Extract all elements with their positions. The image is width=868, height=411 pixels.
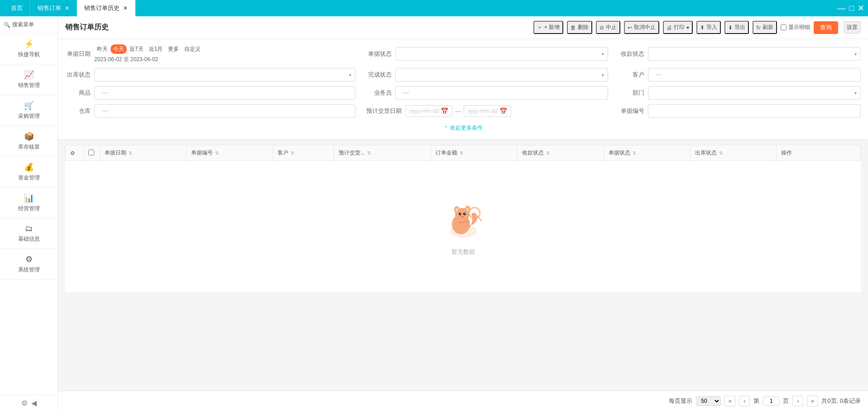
sort-doc-status-icon: ⇅ (633, 150, 636, 155)
collapse-icon: ⌃ (444, 125, 448, 131)
doc-status-select[interactable]: ▾ (395, 47, 608, 61)
import-icon: ⬆ (700, 24, 705, 31)
refresh-btn[interactable]: ↻ 刷新 (753, 21, 777, 34)
th-amount[interactable]: 订单金额 ⇅ (431, 145, 518, 161)
table-head: ⚙ 单据日期 ⇅ 单据编号 ⇅ 客户 ⇅ (66, 145, 861, 161)
print-btn[interactable]: 🖨 打印 ▾ (663, 21, 693, 34)
dept-select[interactable]: ▾ (648, 86, 861, 100)
export-btn[interactable]: ⬇ 导出 (724, 21, 749, 34)
dept-arrow: ▾ (854, 91, 857, 96)
date-tab-today[interactable]: 今天 (110, 44, 127, 54)
date-tab-more[interactable]: 更多 (165, 44, 182, 54)
th-customer[interactable]: 客户 ⇅ (273, 145, 334, 161)
filter-row-2: 出库状态 ▾ 完成状态 ▾ 客户 ··· (65, 68, 861, 82)
th-actions: 操作 (777, 145, 861, 161)
import-btn[interactable]: ⬆ 导入 (696, 21, 721, 34)
select-all-checkbox[interactable] (88, 150, 94, 155)
doc-status-arrow: ▾ (602, 52, 604, 57)
out-stock-label: 出库状态 (65, 71, 91, 79)
date-tab-7days[interactable]: 近7天 (127, 44, 146, 54)
delete-btn[interactable]: 🗑 删除 (567, 21, 592, 34)
out-stock-select[interactable]: ▾ (94, 68, 355, 82)
new-btn[interactable]: ＋ + 新增 (533, 21, 563, 34)
first-page-btn[interactable]: « (724, 396, 735, 406)
window-close-btn[interactable]: ✕ (858, 3, 864, 13)
sidebar-item-sales-mgmt[interactable]: 📈 销售管理 (0, 64, 58, 95)
tab-sales-order[interactable]: 销售订单 ✕ (30, 0, 77, 16)
table-body: 暂无数据 (66, 161, 861, 293)
query-btn[interactable]: 查询 (814, 21, 838, 34)
expected-date-label: 预计交货日期 (366, 107, 402, 115)
search-icon: 🔍 (4, 22, 10, 28)
sort-no-icon: ⇅ (215, 150, 219, 155)
stop-btn[interactable]: ⊘ 中止 (596, 21, 620, 34)
tab-sales-order-history[interactable]: 销售订单历史 ✕ (77, 0, 135, 16)
tab-sales-order-close[interactable]: ✕ (65, 5, 69, 11)
settings-btn[interactable]: 设置 (844, 21, 861, 34)
th-out-status[interactable]: 出库状态 ⇅ (690, 145, 777, 161)
sidebar-settings-btn[interactable]: ⚙ (21, 399, 28, 407)
next-page-btn[interactable]: › (792, 396, 803, 406)
last-page-btn[interactable]: » (807, 396, 818, 406)
salesman-input[interactable]: ··· (395, 86, 608, 100)
sidebar-item-finance[interactable]: 💰 资金管理 (0, 157, 58, 188)
th-pay-status[interactable]: 收款状态 ⇅ (517, 145, 604, 161)
complete-select[interactable]: ▾ (395, 68, 608, 82)
table-area: ⚙ 单据日期 ⇅ 单据编号 ⇅ 客户 ⇅ (58, 140, 868, 391)
th-checkbox[interactable] (84, 145, 100, 161)
customer-input[interactable]: ··· (648, 68, 861, 82)
toolbar: ＋ + 新增 🗑 删除 ⊘ 中止 ↩ 取消中止 🖨 打印 (533, 21, 861, 34)
filter-row-1: 单据日期 昨天 今天 近7天 近1月 更多 自定义 2023-06-02 至 2… (65, 44, 861, 63)
pay-status-arrow: ▾ (854, 52, 857, 57)
expected-date-from[interactable]: yyyy-mm-dd 📅 (405, 105, 452, 117)
sidebar-item-inventory[interactable]: 📦 库存核算 (0, 126, 58, 157)
pay-status-select[interactable]: ▾ (648, 47, 861, 61)
th-date[interactable]: 单据日期 ⇅ (100, 145, 187, 161)
sidebar-collapse-btn[interactable]: ◀ (31, 399, 37, 407)
product-input[interactable]: ··· (94, 86, 355, 100)
expected-date-to[interactable]: yyyy-mm-dd 📅 (464, 105, 511, 117)
display-columns-check[interactable] (781, 24, 786, 30)
sidebar-item-base-info[interactable]: 🗂 基础信息 (0, 218, 58, 249)
cancel-stop-icon: ↩ (628, 24, 632, 31)
display-columns-checkbox[interactable]: 显示明细 (781, 24, 810, 31)
product-label: 商品 (65, 89, 91, 97)
filter-warehouse: 仓库 ··· (65, 104, 355, 118)
cancel-stop-btn[interactable]: ↩ 取消中止 (624, 21, 659, 34)
content-area: 销售订单历史 ＋ + 新增 🗑 删除 ⊘ 中止 ↩ 取消中止 (58, 16, 868, 411)
order-no-input[interactable] (648, 104, 861, 118)
customer-label: 客户 (619, 71, 644, 79)
sidebar-item-quick-nav[interactable]: ⚡ 快捷导航 (0, 34, 58, 64)
collapse-btn[interactable]: ⌃ 收起更多条件 (442, 122, 484, 134)
th-no[interactable]: 单据编号 ⇅ (186, 145, 273, 161)
date-tab-1month[interactable]: 近1月 (146, 44, 166, 54)
date-tab-yesterday[interactable]: 昨天 (94, 44, 110, 54)
filter-row-3: 商品 ··· 业务员 ··· 部门 ▾ (65, 86, 861, 100)
empty-row: 暂无数据 (66, 161, 861, 293)
sidebar-search[interactable]: 🔍 搜索菜单 (0, 16, 58, 34)
warehouse-dots: ··· (102, 107, 108, 115)
date-tab-custom[interactable]: 自定义 (182, 44, 203, 54)
window-maximize-btn[interactable]: □ (849, 4, 854, 13)
window-minimize-btn[interactable]: — (837, 4, 845, 13)
sidebar-item-purchase-mgmt[interactable]: 🛒 采购管理 (0, 95, 58, 126)
order-no-label: 单据编号 (619, 107, 644, 115)
sort-date-icon: ⇅ (129, 150, 132, 155)
sales-mgmt-icon: 📈 (24, 70, 34, 80)
sidebar-item-sys-mgmt[interactable]: ⚙ 系统管理 (0, 249, 58, 280)
svg-point-5 (456, 208, 458, 212)
table-header-row: ⚙ 单据日期 ⇅ 单据编号 ⇅ 客户 ⇅ (66, 145, 861, 161)
page-size-select[interactable]: 50 10 20 100 (696, 396, 721, 406)
th-doc-status[interactable]: 单据状态 ⇅ (604, 145, 690, 161)
warehouse-input[interactable]: ··· (94, 104, 355, 118)
filter-expected-date: 预计交货日期 yyyy-mm-dd 📅 — yyyy-mm-dd 📅 (366, 105, 608, 117)
data-table: ⚙ 单据日期 ⇅ 单据编号 ⇅ 客户 ⇅ (65, 145, 861, 292)
tab-sales-order-history-close[interactable]: ✕ (123, 5, 128, 11)
th-expected[interactable]: 预计交货... ⇅ (334, 145, 431, 161)
quick-nav-icon: ⚡ (24, 39, 34, 49)
th-settings[interactable]: ⚙ (66, 145, 84, 161)
prev-page-btn[interactable]: ‹ (739, 396, 750, 406)
sidebar-item-operations[interactable]: 📊 经营管理 (0, 188, 58, 218)
tab-home[interactable]: 首页 (4, 0, 30, 16)
current-page-input[interactable] (763, 396, 779, 406)
